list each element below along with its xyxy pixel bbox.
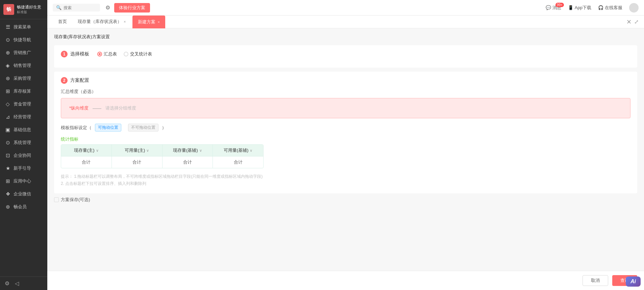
stats-col-2[interactable]: 现存量(基辅) ∨ — [163, 145, 213, 156]
search-box[interactable]: 🔍 — [53, 4, 100, 11]
step2-badge: 2 — [61, 77, 68, 84]
sidebar-item-label: 畅会员 — [14, 204, 27, 210]
stats-col-3-chevron: ∨ — [250, 148, 252, 153]
quick-nav-icon: ⊙ — [5, 37, 11, 43]
sidebar-item-basic[interactable]: ▣ 基础信息 — [0, 123, 47, 136]
finance-icon: ◇ — [5, 101, 11, 107]
stats-col-3-label: 可用量(基辅) — [224, 147, 249, 153]
sales-icon: ◈ — [5, 63, 11, 69]
radio-summary-label: 汇总表 — [104, 51, 117, 57]
sidebar: 畅 畅捷通好生意 标准版 ☰ 搜索菜单 ⊙ 快捷导航 ⊕ 营销推广 ◈ 销售管理… — [0, 0, 47, 290]
service-icon: 🎧 — [598, 5, 603, 10]
page-content: 现存量(库存状况表)方案设置 1 选择模板 汇总表 交叉统计表 — [47, 28, 644, 271]
search-icon: 🔍 — [56, 5, 61, 10]
tab-home[interactable]: 首页 — [53, 16, 72, 28]
operations-icon: ⊿ — [5, 114, 11, 120]
sidebar-item-label: 资金管理 — [14, 101, 31, 107]
step1-header: 1 选择模板 汇总表 交叉统计表 — [61, 51, 630, 57]
sidebar-item-system[interactable]: ⊙ 系统管理 — [0, 136, 47, 149]
metrics-setting: 模板指标设定（ 可拖动位置 不可拖动位置 ） — [61, 124, 630, 131]
sidebar-item-label: 企业微信 — [14, 191, 31, 197]
sidebar-item-label: 系统管理 — [14, 140, 31, 146]
settings-icon[interactable]: ⚙ — [5, 280, 9, 287]
expand-tabs-icon[interactable]: ⤢ — [634, 19, 639, 25]
inventory-icon: ⊞ — [5, 88, 11, 94]
trial-button[interactable]: 体验行业方案 — [114, 3, 150, 13]
sidebar-item-label: 基础信息 — [14, 127, 31, 133]
tab-new-plan-close[interactable]: × — [157, 20, 159, 24]
radio-cross-label: 交叉统计表 — [130, 51, 152, 57]
cooperation-icon: ⊡ — [5, 152, 11, 159]
main-panel: 🔍 ⚙ 体验行业方案 💬 消息 99+ 📱 App下载 🎧 在线客服 首页 — [47, 0, 644, 290]
sidebar-item-label: 采购管理 — [14, 75, 31, 81]
logo-icon: 畅 — [3, 4, 14, 15]
step2-title: 方案配置 — [70, 77, 89, 83]
app-logo: 畅 畅捷通好生意 标准版 — [0, 0, 47, 19]
draggable-badge: 可拖动位置 — [95, 124, 121, 131]
stats-col-1-label: 可用量(主) — [125, 147, 145, 153]
save-checkbox[interactable] — [54, 197, 59, 202]
sidebar-item-label: 新手引导 — [14, 165, 31, 171]
sidebar-item-label: 搜索菜单 — [14, 24, 31, 30]
tab-new-plan[interactable]: 新建方案 × — [132, 16, 165, 28]
sidebar-footer: ⚙ ◁ — [0, 276, 47, 290]
audio-icon[interactable]: ◁ — [15, 280, 19, 287]
tip-1: 2. 点击标题栏下拉可设置排序、插入列和删除列 — [61, 181, 630, 187]
stats-col-3[interactable]: 可用量(基辅) ∨ — [213, 145, 263, 156]
sidebar-item-quick-nav[interactable]: ⊙ 快捷导航 — [0, 33, 47, 46]
sidebar-item-label: 经营管理 — [14, 114, 31, 120]
stats-col-0[interactable]: 现存量(主) ∨ — [61, 145, 112, 156]
sidebar-item-search-menu[interactable]: ☰ 搜索菜单 — [0, 21, 47, 33]
dimension-section-title: 汇总维度（必选） — [61, 89, 630, 95]
stats-col-1[interactable]: 可用量(主) ∨ — [112, 145, 163, 156]
search-menu-icon: ☰ — [5, 24, 11, 30]
messages-link[interactable]: 💬 消息 99+ — [546, 5, 561, 11]
app-download-link[interactable]: 📱 App下载 — [568, 5, 591, 11]
sidebar-item-marketing[interactable]: ⊕ 营销推广 — [0, 46, 47, 59]
topbar-right: 💬 消息 99+ 📱 App下载 🎧 在线客服 — [546, 3, 639, 13]
sidebar-item-label: 应用中心 — [14, 178, 31, 184]
save-label: 方案保存(可选) — [61, 197, 90, 203]
sidebar-nav: ☰ 搜索菜单 ⊙ 快捷导航 ⊕ 营销推广 ◈ 销售管理 ⊛ 采购管理 ⊞ 库存核… — [0, 19, 47, 276]
sidebar-item-purchase[interactable]: ⊛ 采购管理 — [0, 72, 47, 85]
sidebar-item-vip[interactable]: ⊛ 畅会员 — [0, 200, 47, 213]
sidebar-item-label: 营销推广 — [14, 50, 31, 56]
close-all-tabs-icon[interactable]: ✕ — [626, 18, 631, 26]
sidebar-item-inventory[interactable]: ⊞ 库存核算 — [0, 85, 47, 98]
sidebar-item-label: 快捷导航 — [14, 37, 31, 43]
ai-badge[interactable]: Ai — [626, 276, 641, 287]
radio-cross[interactable]: 交叉统计表 — [124, 51, 152, 57]
radio-summary-circle — [97, 52, 102, 56]
stats-col-0-chevron: ∨ — [96, 148, 99, 153]
save-option: 方案保存(可选) — [54, 197, 637, 203]
tip-0: 提示： 1.拖动标题栏可以调整布局，不可跨维度或指标区域拖动栏目字段(只能在同一… — [61, 174, 630, 179]
tab-new-plan-label: 新建方案 — [138, 19, 155, 25]
step1-title: 选择模板 — [70, 51, 89, 57]
stats-table: 现存量(主) ∨ 可用量(主) ∨ 现存量(基辅) ∨ 可用量(基辅) ∨ — [61, 144, 264, 168]
stats-col-0-label: 现存量(主) — [74, 147, 95, 153]
search-input[interactable] — [64, 5, 91, 10]
system-icon: ⊙ — [5, 140, 11, 146]
dimension-area[interactable]: *纵向维度 —— 请选择分组维度 — [61, 98, 630, 118]
sidebar-item-sales[interactable]: ◈ 销售管理 — [0, 59, 47, 72]
user-avatar[interactable] — [629, 3, 639, 13]
step1-section: 1 选择模板 汇总表 交叉统计表 — [54, 45, 637, 68]
footer-bar: 取消 查询 — [47, 271, 644, 290]
online-service-link[interactable]: 🎧 在线客服 — [598, 5, 622, 11]
dimension-separator: —— — [93, 106, 101, 111]
download-icon: 📱 — [568, 5, 573, 10]
cancel-button[interactable]: 取消 — [583, 275, 608, 286]
step2-section: 2 方案配置 汇总维度（必选） *纵向维度 —— 请选择分组维度 模板指标设定（… — [54, 72, 637, 193]
sidebar-item-cooperation[interactable]: ⊡ 企业协同 — [0, 149, 47, 162]
sidebar-item-wechat[interactable]: ❖ 企业微信 — [0, 188, 47, 200]
tab-inventory-close[interactable]: × — [124, 20, 126, 24]
tab-inventory-status[interactable]: 现存量（库存状况表） × — [72, 16, 131, 28]
radio-summary[interactable]: 汇总表 — [97, 51, 117, 57]
sidebar-item-finance[interactable]: ◇ 资金管理 — [0, 98, 47, 111]
basic-icon: ▣ — [5, 127, 11, 133]
sidebar-item-apps[interactable]: ⊞ 应用中心 — [0, 175, 47, 188]
sidebar-item-operations[interactable]: ⊿ 经营管理 — [0, 111, 47, 123]
step1-badge: 1 — [61, 51, 68, 57]
topbar-gear-icon[interactable]: ⚙ — [105, 4, 110, 11]
sidebar-item-newbie[interactable]: ★ 新手引导 — [0, 162, 47, 175]
